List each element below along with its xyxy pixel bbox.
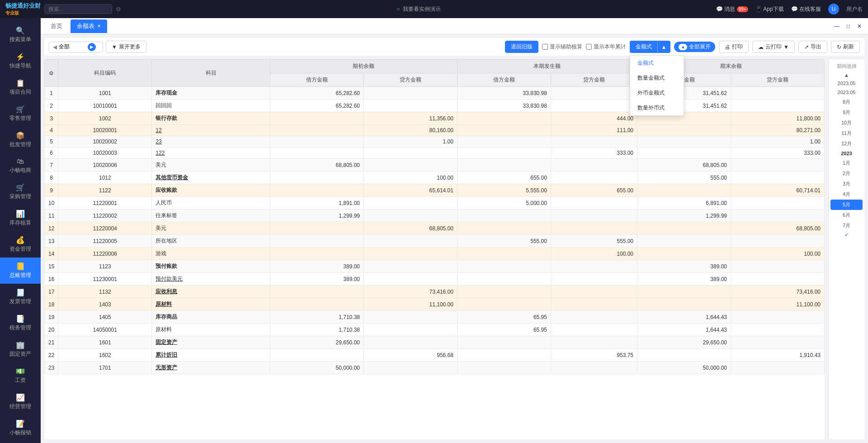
row-code[interactable]: 10020003 [58, 148, 152, 159]
sidebar-item-management[interactable]: 📈 经营管理 [0, 389, 41, 415]
row-code[interactable]: 1012 [58, 171, 152, 184]
sidebar-item-invoice[interactable]: 🧾 发票管理 [0, 284, 41, 310]
row-name[interactable]: 美元 [152, 222, 270, 235]
user-avatar[interactable]: U [828, 4, 839, 14]
tab-balance[interactable]: 余额表 ✕ [71, 19, 107, 33]
format-option-qty-amount[interactable]: 数量金额式 [630, 71, 684, 86]
sidebar-item-retail[interactable]: 🛒 零售管理 [0, 100, 41, 127]
table-row[interactable]: 1611230001预付款美元389.00389.00 [45, 273, 825, 286]
period-item-1[interactable]: 1月 [830, 158, 863, 168]
row-no[interactable]: 3 [45, 112, 58, 125]
table-row[interactable]: 151123预付账款389.00389.00 [45, 260, 825, 273]
row-no[interactable]: 20 [45, 324, 58, 336]
row-name[interactable]: 库存现金 [152, 87, 270, 100]
table-row[interactable]: 610020003122333.00333.00 [45, 148, 825, 159]
demo-link[interactable]: 我要看实例演示 [403, 5, 441, 13]
row-code[interactable]: 1122 [58, 184, 152, 197]
row-code[interactable]: 11220004 [58, 222, 152, 235]
period-item-7[interactable]: 7月 [830, 220, 863, 231]
row-code[interactable]: 1123 [58, 260, 152, 273]
search-input[interactable] [44, 4, 112, 14]
row-code[interactable]: 10010001 [58, 100, 152, 112]
table-row[interactable]: 171132应收利息73,416.0073,416.00 [45, 286, 825, 298]
row-code[interactable]: 11220005 [58, 235, 152, 248]
row-code[interactable]: 10020002 [58, 136, 152, 148]
row-code[interactable]: 1602 [58, 349, 152, 362]
sidebar-item-project[interactable]: 📋 项目合同 [0, 74, 41, 100]
row-name[interactable]: 预付账款 [152, 260, 270, 273]
row-name[interactable]: 23 [152, 136, 270, 148]
row-no[interactable]: 10 [45, 197, 58, 210]
row-name[interactable]: 122 [152, 148, 270, 159]
sidebar-item-ecommerce[interactable]: 🛍 小畅电商 [0, 153, 41, 179]
export-btn[interactable]: ↗ 导出 [798, 41, 827, 53]
row-code[interactable]: 11220002 [58, 210, 152, 222]
nav-back-icon[interactable]: ◀ [53, 44, 57, 50]
table-row[interactable]: 11001库存现金65,282.6033,830.9831,451.62 [45, 87, 825, 100]
row-no[interactable]: 16 [45, 273, 58, 286]
row-no[interactable]: 4 [45, 125, 58, 136]
sidebar-item-wholesale[interactable]: 📦 批发管理 [0, 127, 41, 153]
period-item-2023-05b[interactable]: 2023.05 [830, 88, 863, 97]
sidebar-item-fixed-assets[interactable]: 🏢 固定资产 [0, 336, 41, 362]
online-service-btn[interactable]: 💬 在线客服 [791, 5, 821, 13]
period-up-btn[interactable]: ▲ [830, 71, 863, 79]
filter-search-box[interactable]: ◀ ▶ [49, 42, 103, 52]
cloud-print-btn[interactable]: ☁ 云打印 ▼ [752, 41, 795, 53]
row-code[interactable]: 1002 [58, 112, 152, 125]
show-annual-label[interactable]: 显示本年累计 [586, 43, 626, 51]
sidebar-item-purchase[interactable]: 🛒 采购管理 [0, 179, 41, 205]
table-row[interactable]: 4100200011280,160.00111.0080,271.00 [45, 125, 825, 136]
table-row[interactable]: 2014050001原材料1,710.3865.951,644.43 [45, 324, 825, 336]
row-code[interactable]: 1405 [58, 311, 152, 324]
show-auxiliary-label[interactable]: 显示辅助核算 [542, 43, 582, 51]
row-no[interactable]: 23 [45, 362, 58, 374]
row-no[interactable]: 21 [45, 336, 58, 349]
row-code[interactable]: 14050001 [58, 324, 152, 336]
row-code[interactable]: 10020006 [58, 159, 152, 171]
table-row[interactable]: 181403原材料11,100.0011,100.00 [45, 298, 825, 311]
row-code[interactable]: 10020001 [58, 125, 152, 136]
row-no[interactable]: 12 [45, 222, 58, 235]
table-row[interactable]: 1411220006游戏100.00100.00 [45, 248, 825, 260]
row-no[interactable]: 7 [45, 159, 58, 171]
expand-all-btn[interactable]: ● 全部展开 [674, 42, 715, 52]
row-name[interactable]: 游戏 [152, 248, 270, 260]
table-row[interactable]: 231701无形资产50,000.0050,000.00 [45, 362, 825, 374]
show-annual-checkbox[interactable] [586, 44, 592, 50]
row-code[interactable]: 11230001 [58, 273, 152, 286]
nav-forward-icon[interactable]: ▶ [88, 43, 96, 51]
row-no[interactable]: 5 [45, 136, 58, 148]
period-down-btn[interactable]: ↙ [830, 231, 863, 238]
row-no[interactable]: 22 [45, 349, 58, 362]
row-code[interactable]: 11220006 [58, 248, 152, 260]
table-row[interactable]: 1011220001人民币1,891.005,000.006,891.00 [45, 197, 825, 210]
window-minimize-btn[interactable]: — [831, 21, 842, 31]
print-btn[interactable]: 🖨 打印 [719, 41, 749, 53]
row-name[interactable]: 库存商品 [152, 311, 270, 324]
settings-top-icon[interactable]: ⚙ [116, 6, 121, 13]
row-name[interactable]: 累计折旧 [152, 349, 270, 362]
format-main-btn[interactable]: 金额式 [630, 41, 657, 53]
row-no[interactable]: 13 [45, 235, 58, 248]
sidebar-item-inventory[interactable]: 📊 库存核算 [0, 205, 41, 231]
period-item-9[interactable]: 9月 [830, 107, 863, 118]
row-no[interactable]: 19 [45, 311, 58, 324]
tab-close-icon[interactable]: ✕ [97, 24, 101, 29]
row-name[interactable]: 原材料 [152, 324, 270, 336]
row-name[interactable]: 应收账款 [152, 184, 270, 197]
format-arrow-btn[interactable]: ▲ [657, 41, 671, 53]
row-code[interactable]: 1001 [58, 87, 152, 100]
format-option-foreign-amount[interactable]: 外币金额式 [630, 86, 684, 100]
row-name[interactable]: 银行存款 [152, 112, 270, 125]
row-name[interactable]: 预付款美元 [152, 273, 270, 286]
row-no[interactable]: 14 [45, 248, 58, 260]
table-row[interactable]: 211601固定资产29,650.0029,650.00 [45, 336, 825, 349]
period-item-3[interactable]: 3月 [830, 179, 863, 189]
settings-col-header[interactable]: ⚙ [45, 60, 58, 87]
app-download-btn[interactable]: 📱 App下载 [755, 5, 784, 13]
table-row[interactable]: 710020006美元68,805.0068,805.00 [45, 159, 825, 171]
row-code[interactable]: 1132 [58, 286, 152, 298]
row-name[interactable]: 12 [152, 125, 270, 136]
row-code[interactable]: 1701 [58, 362, 152, 374]
